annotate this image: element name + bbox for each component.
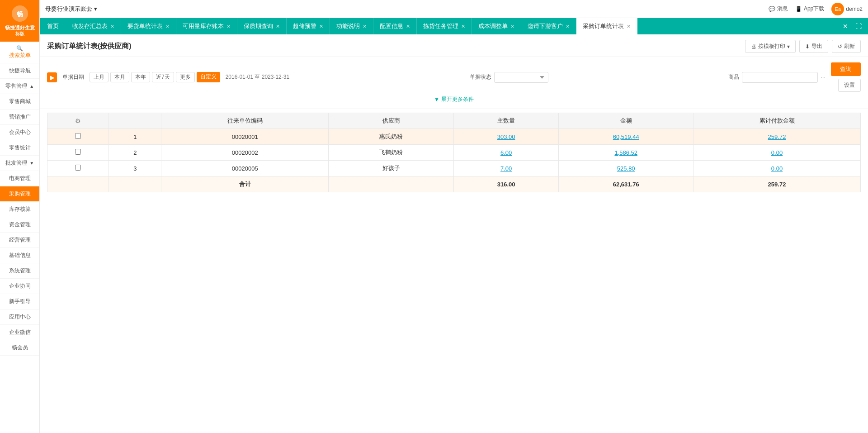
- tab-receive-send[interactable]: 收发存汇总表 ✕: [66, 18, 121, 34]
- tab-close-avail-inventory[interactable]: ✕: [226, 24, 231, 29]
- tab-home[interactable]: 首页: [40, 18, 66, 34]
- sidebar-item-enterprise[interactable]: 企业协同: [0, 279, 39, 294]
- shortcut-this-year[interactable]: 本年: [131, 72, 150, 82]
- print-btn[interactable]: 🖨 按模板打印 ▾: [745, 40, 796, 53]
- row-amount-0[interactable]: 60,519.44: [559, 129, 693, 145]
- sidebar-item-inventory[interactable]: 库存核算: [0, 202, 39, 217]
- tab-close-all-btn[interactable]: ✕: [840, 22, 851, 31]
- message-btn[interactable]: 💬 消息: [769, 5, 788, 13]
- row-qty-0[interactable]: 303.00: [453, 129, 559, 145]
- sidebar-item-system[interactable]: 系统管理: [0, 263, 39, 279]
- sidebar-item-retail-shop[interactable]: 零售商城: [0, 94, 39, 109]
- sidebar-item-appstore[interactable]: 应用中心: [0, 309, 39, 325]
- row-paid-1[interactable]: 0.00: [693, 145, 861, 161]
- tab-avail-inventory[interactable]: 可用量库存账本 ✕: [176, 18, 237, 34]
- tab-overstock[interactable]: 超储预警 ✕: [287, 18, 330, 34]
- goods-more-icon[interactable]: ···: [821, 74, 826, 81]
- content-area: 采购订单统计表(按供应商) 🖨 按模板打印 ▾ ⬇ 导出 ↺ 刷新: [40, 34, 868, 433]
- row-amount-2[interactable]: 525.80: [559, 161, 693, 176]
- sidebar-item-member[interactable]: 会员中心: [0, 125, 39, 140]
- expand-more-area: ▼ 展开更多条件: [47, 95, 861, 103]
- tab-close-receive-send[interactable]: ✕: [110, 24, 114, 29]
- shortcut-last-month[interactable]: 上月: [90, 72, 108, 82]
- tab-order-stat[interactable]: 要货单统计表 ✕: [121, 18, 176, 34]
- tab-cost-adjust[interactable]: 成本调整单 ✕: [472, 18, 521, 34]
- tab-purchase-stat[interactable]: 采购订单统计表 ✕: [576, 18, 637, 34]
- table-settings-icon[interactable]: ⚙: [75, 117, 81, 124]
- account-selector[interactable]: 母婴行业演示账套 ▾: [45, 5, 97, 13]
- tab-func-desc[interactable]: 功能说明 ✕: [330, 18, 373, 34]
- status-select[interactable]: 待审核 已审核: [494, 72, 548, 83]
- goods-input[interactable]: [742, 72, 818, 83]
- sidebar-item-purchase[interactable]: 采购管理: [0, 186, 39, 202]
- export-btn[interactable]: ⬇ 导出: [799, 40, 828, 53]
- tab-warranty[interactable]: 保质期查询 ✕: [237, 18, 287, 34]
- goods-filter: 商品 ···: [728, 72, 826, 83]
- row-paid-link-0[interactable]: 259.72: [768, 133, 786, 140]
- tab-close-warranty[interactable]: ✕: [276, 24, 280, 29]
- row-amount-link-0[interactable]: 60,519.44: [613, 133, 639, 140]
- sidebar-item-basic-info[interactable]: 基础信息: [0, 248, 39, 263]
- row-qty-link-2[interactable]: 7.00: [500, 165, 512, 172]
- sidebar-item-wechat[interactable]: 企业微信: [0, 325, 39, 340]
- refresh-btn[interactable]: ↺ 刷新: [832, 40, 861, 53]
- tab-config-info[interactable]: 配置信息 ✕: [373, 18, 417, 34]
- row-paid-link-2[interactable]: 0.00: [771, 165, 783, 172]
- tab-close-cost-adjust[interactable]: ✕: [510, 24, 514, 29]
- table-row: 3 00020005 好孩子 7.00 525.80 0.00: [47, 161, 861, 176]
- tab-close-purchase-stat[interactable]: ✕: [627, 24, 631, 29]
- sidebar-item-ecommerce[interactable]: 电商管理: [0, 171, 39, 186]
- sidebar-item-operation[interactable]: 经营管理: [0, 233, 39, 248]
- row-amount-link-1[interactable]: 1,586.52: [614, 149, 637, 156]
- tab-close-order-stat[interactable]: ✕: [165, 24, 170, 29]
- search-menu[interactable]: 🔍 搜索菜单: [0, 42, 39, 63]
- footer-supplier-cell: [329, 176, 454, 192]
- shortcut-7days[interactable]: 近7天: [152, 72, 174, 82]
- tab-close-config-info[interactable]: ✕: [406, 24, 410, 29]
- row-amount-1[interactable]: 1,586.52: [559, 145, 693, 161]
- shortcut-more[interactable]: 更多: [176, 72, 195, 82]
- row-paid-2[interactable]: 0.00: [693, 161, 861, 176]
- col-header-settings[interactable]: ⚙: [47, 113, 109, 129]
- status-label: 单据状态: [470, 73, 491, 81]
- row-amount-link-2[interactable]: 525.80: [617, 165, 635, 172]
- date-shortcuts: 上月 本月 本年 近7天 更多 自定义: [90, 72, 220, 82]
- query-btn[interactable]: 查询: [831, 62, 861, 76]
- quick-nav[interactable]: 快捷导航: [0, 63, 39, 79]
- sidebar-item-newbie[interactable]: 新手引导: [0, 294, 39, 309]
- tab-close-func-desc[interactable]: ✕: [363, 24, 367, 29]
- download-icon: 📱: [795, 6, 802, 12]
- tab-close-invite-client[interactable]: ✕: [566, 24, 570, 29]
- user-profile[interactable]: Ea demo2: [831, 3, 863, 15]
- row-checkbox-0[interactable]: [47, 129, 109, 145]
- sidebar-item-finance[interactable]: 资金管理: [0, 217, 39, 233]
- sidebar-item-batch-mgmt[interactable]: 批发管理 ▼: [0, 156, 39, 171]
- col-header-supplier: 供应商: [329, 113, 454, 129]
- row-supplier-2: 好孩子: [329, 161, 454, 176]
- row-qty-2[interactable]: 7.00: [453, 161, 559, 176]
- tab-close-overstock[interactable]: ✕: [319, 24, 323, 29]
- row-qty-link-1[interactable]: 6.00: [500, 149, 512, 156]
- row-qty-link-0[interactable]: 303.00: [497, 133, 515, 140]
- row-qty-1[interactable]: 6.00: [453, 145, 559, 161]
- row-paid-0[interactable]: 259.72: [693, 129, 861, 145]
- row-checkbox-1[interactable]: [47, 145, 109, 161]
- app-download-btn[interactable]: 📱 App下载: [795, 5, 824, 13]
- tab-close-pick-task[interactable]: ✕: [461, 24, 465, 29]
- sidebar-item-marketing[interactable]: 营销推广: [0, 109, 39, 125]
- sidebar-item-retail-stat[interactable]: 零售统计: [0, 140, 39, 156]
- app-logo[interactable]: 畅 畅捷通好生意 标版: [0, 0, 39, 42]
- row-paid-link-1[interactable]: 0.00: [771, 149, 783, 156]
- tab-fullscreen-btn[interactable]: ⛶: [853, 22, 864, 31]
- filter-toggle-btn[interactable]: ▶: [47, 72, 57, 82]
- col-header-num: [109, 113, 161, 129]
- row-checkbox-2[interactable]: [47, 161, 109, 176]
- tab-pick-task[interactable]: 拣货任务管理 ✕: [417, 18, 472, 34]
- sidebar-item-vip[interactable]: 畅会员: [0, 340, 39, 356]
- expand-more-btn[interactable]: ▼ 展开更多条件: [434, 95, 474, 103]
- footer-paid-cell: 259.72: [693, 176, 861, 192]
- tab-invite-client[interactable]: 邀请下游客户 ✕: [521, 18, 576, 34]
- settings-btn[interactable]: 设置: [838, 79, 861, 92]
- sidebar-item-retail-mgmt[interactable]: 零售管理 ▲: [0, 79, 39, 94]
- shortcut-this-month[interactable]: 本月: [110, 72, 129, 82]
